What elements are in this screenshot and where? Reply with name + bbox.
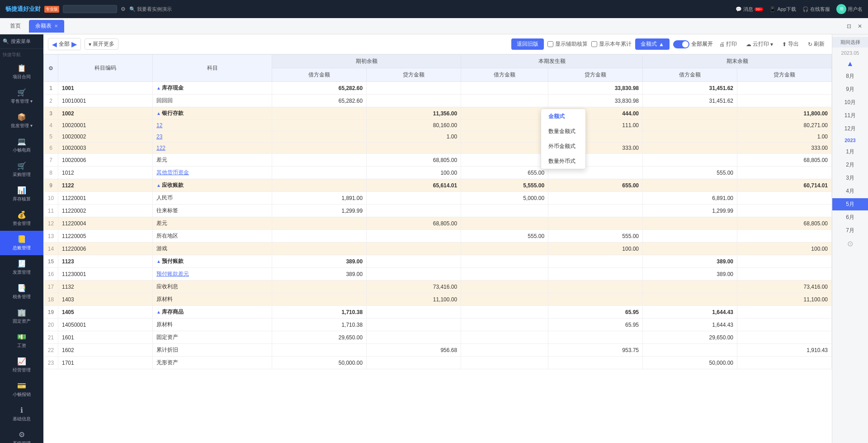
rp-month-5[interactable]: 5月 <box>832 198 868 210</box>
dropdown-item-jine[interactable]: 金额式 <box>541 109 585 124</box>
tab-home[interactable]: 首页 <box>4 20 27 33</box>
sidebar-item-project[interactable]: 📋 项目合同 <box>0 60 43 84</box>
rp-month-1[interactable]: 1月 <box>832 146 868 158</box>
row-cb-debit <box>643 281 737 293</box>
search-input[interactable] <box>63 5 117 13</box>
dropdown-item-qty-fx[interactable]: 数量外币式 <box>541 154 585 169</box>
rp-header[interactable]: 期间选择 <box>832 37 868 48</box>
rp-month-6[interactable]: 6月 <box>832 211 868 224</box>
expand-btn[interactable]: ▾ 展开更多 <box>85 38 118 50</box>
settings-icon[interactable]: ⚙ <box>121 6 126 12</box>
row-subject: ▲库存现金 <box>152 82 272 95</box>
print-btn[interactable]: 🖨 打印 <box>717 39 740 49</box>
expand-all-toggle[interactable]: 全部展开 <box>673 40 713 48</box>
tab-balance-sheet[interactable]: 余额表 ✕ <box>29 20 64 33</box>
rp-month-11[interactable]: 11月 <box>832 110 868 122</box>
sidebar-item-salary[interactable]: 💵 工资 <box>0 329 43 353</box>
subject-link[interactable]: 122 <box>156 145 165 151</box>
sidebar-item-ecommerce[interactable]: 💻 小畅电商 <box>0 133 43 157</box>
expand-icon[interactable]: ▲ <box>156 259 161 264</box>
show-year-checkbox[interactable] <box>591 41 597 47</box>
export-btn[interactable]: ⬆ 导出 <box>779 39 802 49</box>
rp-month-2[interactable]: 2月 <box>832 159 868 171</box>
rp-collapse-btn[interactable]: ⊙ <box>845 238 855 250</box>
expand-all-label: 全部展开 <box>691 40 713 48</box>
cloud-print-arrow: ▾ <box>770 41 773 48</box>
dropdown-item-qty-jine[interactable]: 数量金额式 <box>541 124 585 139</box>
sidebar-item-inventory[interactable]: 📊 库存核算 <box>0 182 43 206</box>
sidebar-item-tax[interactable]: 📑 税务管理 <box>0 280 43 304</box>
tab-maximize-icon[interactable]: ⊡ <box>844 22 854 31</box>
th-code: 科目编码 <box>58 55 153 82</box>
row-cb-debit <box>643 293 737 306</box>
expand-icon[interactable]: ▲ <box>156 310 161 314</box>
subject-link[interactable]: 12 <box>156 122 162 129</box>
tab-close-icon[interactable]: ✕ <box>54 24 58 29</box>
sidebar-item-operation[interactable]: 📈 经营管理 <box>0 353 43 377</box>
sidebar-item-purchase[interactable]: 🛒 采购管理 <box>0 157 43 182</box>
jine-chevron-icon: ▲ <box>659 41 664 48</box>
message-btn[interactable]: 💬 消息 99+ <box>736 6 764 13</box>
show-aux-checkbox[interactable] <box>547 41 553 47</box>
online-service-btn[interactable]: 🎧 在线客服 <box>802 6 830 13</box>
sidebar-item-finance[interactable]: 💰 资金管理 <box>0 206 43 231</box>
sidebar-item-invoice[interactable]: 🧾 发票管理 <box>0 255 43 280</box>
tax-icon: 📑 <box>17 284 26 292</box>
row-subject: ▲预付账款 <box>152 255 272 268</box>
jine-style-btn[interactable]: 金额式 ▲ <box>635 38 670 50</box>
row-ob-credit <box>367 331 461 344</box>
toggle-track[interactable] <box>673 40 689 48</box>
sidebar-item-system[interactable]: ⚙ 系统管理 <box>0 426 43 443</box>
row-ob-credit <box>367 319 461 331</box>
row-ob-credit: 1.00 <box>367 131 461 143</box>
sidebar-search[interactable]: 🔍 搜索菜单 <box>0 34 43 49</box>
rp-month-7[interactable]: 7月 <box>832 224 868 237</box>
finance-icon: 💰 <box>17 210 26 219</box>
refresh-btn[interactable]: ↻ 刷新 <box>805 39 827 49</box>
row-ob-credit <box>367 268 461 281</box>
row-ob-credit: 100.00 <box>367 167 461 179</box>
row-subject: 累计折旧 <box>152 344 272 357</box>
filter-all-btn[interactable]: ◀ 全部 ▶ <box>48 38 81 50</box>
sidebar-item-expense[interactable]: 💳 小畅报销 <box>0 377 43 402</box>
app-download-btn[interactable]: 📱 App下载 <box>769 6 796 13</box>
row-cb-credit <box>737 331 832 344</box>
row-subject: 所在地区 <box>152 230 272 243</box>
row-ob-debit: 389.00 <box>272 268 367 281</box>
cloud-print-btn[interactable]: ☁ 云打印 ▾ <box>743 39 776 49</box>
rp-nav-up[interactable]: ▲ <box>845 58 855 69</box>
rp-month-9[interactable]: 9月 <box>832 83 868 95</box>
expand-icon[interactable]: ▲ <box>156 111 161 116</box>
expand-icon[interactable]: ▲ <box>156 86 161 91</box>
rp-month-4[interactable]: 4月 <box>832 185 868 197</box>
row-subject: ▲库存商品 <box>152 306 272 319</box>
back-old-version-btn[interactable]: 退回旧版 <box>511 38 544 50</box>
sidebar-item-retail[interactable]: 🛒 零售管理 ▾ <box>0 84 43 109</box>
row-cb-credit: 68,805.00 <box>737 154 832 167</box>
rp-month-8[interactable]: 8月 <box>832 70 868 82</box>
sidebar-quick-nav[interactable]: 快捷导航 <box>0 49 43 60</box>
demo-link[interactable]: 🔍 我要看实例演示 <box>129 6 172 13</box>
tab-close-all-icon[interactable]: ✕ <box>855 22 864 31</box>
row-cd-credit <box>548 281 643 293</box>
subject-link[interactable]: 23 <box>156 133 162 140</box>
show-year-check-label[interactable]: 显示本年累计 <box>591 40 632 48</box>
sidebar-item-assets[interactable]: 🏢 固定资产 <box>0 304 43 329</box>
user-avatar[interactable]: 用 用户名 <box>836 4 863 14</box>
sidebar-item-basic-info[interactable]: ℹ 基础信息 <box>0 402 43 426</box>
dropdown-item-fx-jine[interactable]: 外币金额式 <box>541 139 585 154</box>
subject-link[interactable]: 预付账款差元 <box>156 271 189 277</box>
rp-month-10[interactable]: 10月 <box>832 96 868 109</box>
expand-icon[interactable]: ▲ <box>156 183 161 188</box>
row-code: 1405 <box>58 306 153 319</box>
row-cd-debit <box>461 205 548 217</box>
rp-month-12[interactable]: 12月 <box>832 123 868 135</box>
th-settings[interactable]: ⚙ <box>44 55 58 82</box>
subject-link[interactable]: 其他货币资金 <box>156 169 189 176</box>
sidebar-item-wholesale[interactable]: 📦 批发管理 ▾ <box>0 109 43 133</box>
show-aux-check-label[interactable]: 显示辅助核算 <box>547 40 588 48</box>
row-code: 1701 <box>58 357 153 369</box>
sidebar-item-ledger[interactable]: 📒 总账管理 <box>0 231 43 255</box>
row-ob-credit: 11,100.00 <box>367 293 461 306</box>
rp-month-3[interactable]: 3月 <box>832 172 868 184</box>
